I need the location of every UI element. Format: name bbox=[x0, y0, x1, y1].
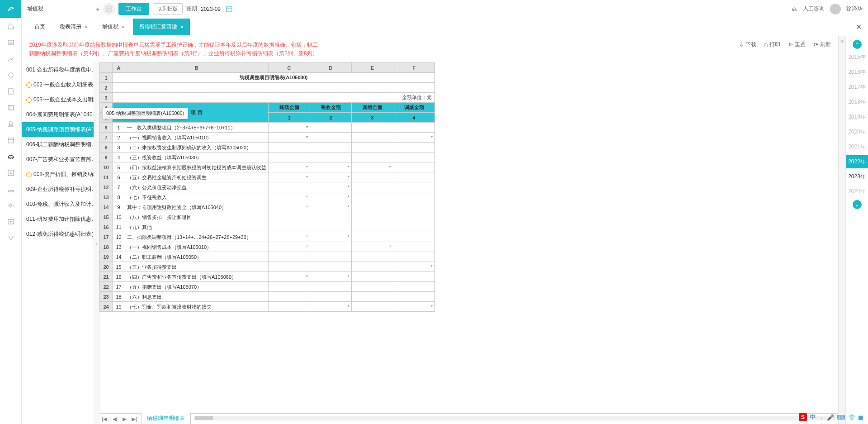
row-header[interactable]: 22 bbox=[100, 282, 113, 292]
data-cell[interactable] bbox=[393, 202, 435, 212]
tab-vat[interactable]: 增值税✕ bbox=[96, 19, 131, 35]
data-cell[interactable] bbox=[310, 133, 352, 143]
row-number[interactable]: 3 bbox=[113, 143, 125, 152]
form-nav-item[interactable]: 006-职工薪酬纳税调整明细… bbox=[22, 137, 94, 152]
form-nav-item[interactable]: 004-期间费用明细表(A1040… bbox=[22, 107, 94, 122]
data-cell[interactable]: * bbox=[393, 133, 435, 143]
item-label-cell[interactable]: （四）广告费和业务宣传费支出（填写A105060） bbox=[125, 272, 269, 282]
row-header[interactable]: 14 bbox=[100, 202, 113, 212]
data-cell[interactable] bbox=[393, 282, 435, 292]
form-nav-item[interactable]: 010-免税、减计收入及加计… bbox=[22, 197, 94, 212]
year-item[interactable]: 2015年 bbox=[846, 51, 868, 64]
row-header[interactable]: 9 bbox=[100, 152, 113, 162]
row-number[interactable]: 1 bbox=[113, 123, 125, 133]
form-nav-item[interactable]: 005-纳税调整项目明细表(A1… bbox=[22, 122, 94, 137]
ime-skin-icon[interactable]: 👕 bbox=[848, 414, 855, 421]
data-cell[interactable] bbox=[269, 282, 310, 292]
data-cell[interactable] bbox=[269, 182, 310, 192]
year-item[interactable]: 2023年 bbox=[846, 170, 868, 183]
form-nav-item[interactable]: 001-企业所得税年度纳税申… bbox=[22, 62, 94, 77]
scroll-up-icon[interactable]: ⌃ bbox=[853, 40, 862, 49]
close-icon[interactable]: ✕ bbox=[84, 24, 88, 29]
row-header[interactable]: 23 bbox=[100, 292, 113, 302]
row-header[interactable]: 13 bbox=[100, 192, 113, 202]
data-cell[interactable] bbox=[269, 292, 310, 302]
calendar-icon[interactable] bbox=[0, 132, 21, 148]
tab-home[interactable]: 首页 bbox=[28, 19, 52, 35]
item-label-cell[interactable]: （一）视同销售收入（填写A105010） bbox=[125, 133, 269, 143]
row-number[interactable]: 9 bbox=[113, 202, 125, 212]
notes-icon[interactable] bbox=[103, 3, 115, 15]
row-header[interactable]: 15 bbox=[100, 212, 113, 222]
col-header[interactable]: B bbox=[125, 63, 269, 73]
item-label-cell[interactable]: （八）销售折扣、折让和退回 bbox=[125, 212, 269, 222]
sheet-last-icon[interactable]: ▶| bbox=[129, 416, 139, 422]
data-cell[interactable] bbox=[393, 192, 435, 202]
data-cell[interactable] bbox=[393, 232, 435, 242]
data-cell[interactable]: * bbox=[310, 232, 352, 242]
horizontal-scrollbar[interactable] bbox=[194, 416, 835, 422]
sheet-next-icon[interactable]: ▶ bbox=[119, 416, 129, 422]
support-link[interactable]: 人工咨询 bbox=[803, 5, 825, 13]
data-cell[interactable] bbox=[310, 252, 352, 262]
money-icon[interactable] bbox=[0, 67, 21, 83]
row-number[interactable]: 4 bbox=[113, 152, 125, 162]
data-cell[interactable] bbox=[269, 222, 310, 232]
v-icon[interactable] bbox=[0, 230, 21, 246]
col-header[interactable]: A bbox=[113, 63, 125, 73]
form-nav-item[interactable]: 012-减免所得税优惠明细表(… bbox=[22, 227, 94, 242]
data-cell[interactable] bbox=[352, 172, 393, 182]
settings-icon[interactable] bbox=[0, 197, 21, 214]
data-cell[interactable] bbox=[352, 282, 393, 292]
data-cell[interactable] bbox=[310, 143, 352, 152]
data-cell[interactable] bbox=[352, 182, 393, 192]
data-cell[interactable] bbox=[352, 272, 393, 282]
data-cell[interactable] bbox=[269, 152, 310, 162]
data-cell[interactable]: * bbox=[269, 123, 310, 133]
data-cell[interactable]: * bbox=[310, 272, 352, 282]
row-number[interactable]: 6 bbox=[113, 172, 125, 182]
tax-icon[interactable] bbox=[0, 148, 21, 165]
data-cell[interactable]: * bbox=[310, 172, 352, 182]
data-cell[interactable]: * bbox=[269, 133, 310, 143]
data-cell[interactable] bbox=[269, 143, 310, 152]
logo-icon[interactable] bbox=[0, 0, 21, 18]
item-label-cell[interactable]: （二）未按权责发生制原则确认的收入（填写A105020） bbox=[125, 143, 269, 152]
item-label-cell[interactable]: （九）其他 bbox=[125, 222, 269, 232]
form-nav-item[interactable]: 009-企业所得税弥补亏损明… bbox=[22, 182, 94, 197]
tab-income-tax-settlement[interactable]: 所得税汇算清缴✕ bbox=[133, 19, 190, 35]
row-number[interactable]: 2 bbox=[113, 133, 125, 143]
close-icon[interactable]: ✕ bbox=[180, 24, 184, 29]
year-item[interactable]: 2024年 bbox=[846, 185, 868, 198]
form-nav-item[interactable]: 011-研发费用加计扣除优惠… bbox=[22, 212, 94, 227]
row-header[interactable]: 2 bbox=[100, 83, 113, 93]
data-cell[interactable]: * bbox=[310, 162, 352, 172]
row-number[interactable]: 18 bbox=[113, 292, 125, 302]
data-cell[interactable] bbox=[352, 192, 393, 202]
year-item[interactable]: 2019年 bbox=[846, 110, 868, 124]
item-label-cell[interactable]: （三）业务招待费支出 bbox=[125, 262, 269, 272]
close-all-icon[interactable]: ✕ bbox=[856, 23, 862, 31]
item-label-cell[interactable]: （一）视同销售成本（填写A105010） bbox=[125, 242, 269, 252]
home-icon[interactable] bbox=[0, 18, 21, 34]
print-button[interactable]: ⎙ 打印 bbox=[764, 41, 780, 48]
item-label-cell[interactable]: 一、收入类调整项目（2+3+4+5+6+7+8+10+11） bbox=[125, 123, 269, 133]
scroll-down-icon[interactable]: ⌄ bbox=[853, 200, 862, 209]
row-header[interactable]: 10 bbox=[100, 162, 113, 172]
row-header[interactable]: 16 bbox=[100, 222, 113, 232]
year-item[interactable]: 2022年 bbox=[846, 155, 868, 168]
data-cell[interactable]: * bbox=[310, 202, 352, 212]
refresh-button[interactable]: ⟳ 刷新 bbox=[814, 41, 831, 48]
row-header[interactable]: 6 bbox=[100, 123, 113, 133]
sheet-prev-icon[interactable]: ◀ bbox=[109, 416, 119, 422]
data-cell[interactable]: * bbox=[269, 192, 310, 202]
finance-icon[interactable] bbox=[0, 34, 21, 51]
ime-logo-icon[interactable]: S bbox=[799, 413, 807, 421]
row-number[interactable]: 5 bbox=[113, 162, 125, 172]
sheet-tab[interactable]: 纳税调整明细表 bbox=[141, 413, 191, 424]
data-cell[interactable] bbox=[310, 152, 352, 162]
data-cell[interactable] bbox=[352, 212, 393, 222]
data-cell[interactable]: * bbox=[269, 272, 310, 282]
data-cell[interactable] bbox=[310, 212, 352, 222]
row-header[interactable]: 8 bbox=[100, 143, 113, 152]
